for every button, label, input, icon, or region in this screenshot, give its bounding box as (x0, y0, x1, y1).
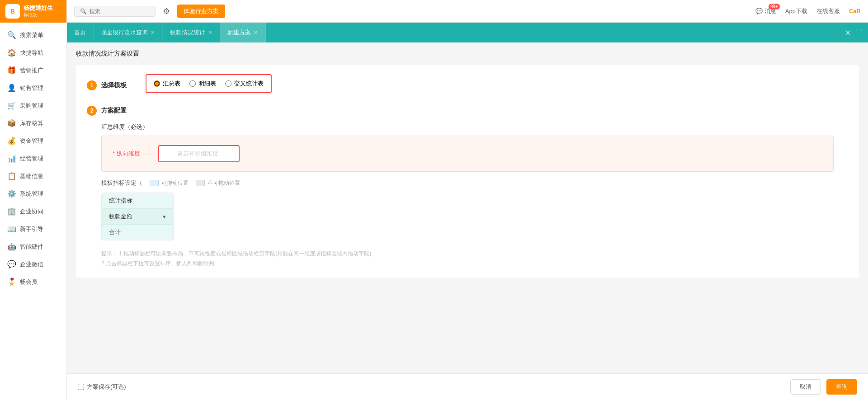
radio-summary[interactable]: 汇总表 (154, 80, 180, 88)
tab-new-plan-label: 新建方案 (227, 28, 251, 37)
sidebar-item-purchase[interactable]: 🛒 采购管理 (0, 97, 66, 114)
radio-summary-input[interactable] (154, 80, 160, 87)
radio-detail[interactable]: 明细表 (189, 80, 216, 88)
cancel-button[interactable]: 取消 (790, 379, 821, 395)
dimension-section-title: 汇总维度（必选） (101, 123, 848, 131)
sidebar-item-label: 畅会员 (20, 278, 38, 286)
page-title: 收款情况统计方案设置 (76, 50, 859, 58)
sidebar-item-label: 快捷导航 (20, 49, 43, 57)
enterprise-icon: 🏢 (7, 207, 16, 216)
sidebar-item-wechat[interactable]: 💬 企业微信 (0, 255, 66, 273)
sidebar-item-system[interactable]: ⚙️ 系统管理 (0, 185, 66, 202)
sidebar-item-guide[interactable]: 📖 新手引导 (0, 220, 66, 238)
gear-icon: ⚙️ (7, 189, 16, 198)
sidebar-item-label: 销售管理 (20, 84, 43, 92)
topbar-right: 💬 99+ 消息 App下载 在线客服 CaR (755, 7, 861, 15)
indicator-cell-total: 合计 (102, 225, 173, 240)
tab-collection-stats[interactable]: 收款情况统计 ✕ (163, 23, 220, 42)
tab-right-controls: ✕ ⛶ (845, 23, 868, 42)
radio-detail-label: 明细表 (198, 80, 216, 88)
legend-non-draggable: 不可拖动位置 (196, 179, 240, 187)
radio-detail-input[interactable] (189, 80, 196, 87)
topbar: 🔍 ⚙ 体验行业方案 💬 99+ 消息 App下载 在线客服 CaR (67, 0, 868, 23)
sidebar-item-inventory[interactable]: 📦 库存核算 (0, 114, 66, 132)
search-box[interactable]: 🔍 (74, 6, 156, 17)
box-icon: 📦 (7, 119, 16, 127)
sidebar-item-label: 资金管理 (20, 137, 43, 145)
footer-actions: 取消 查询 (790, 379, 857, 395)
indicator-table-header: 统计指标 (102, 193, 173, 209)
legend-draggable-box (150, 180, 159, 186)
chart-icon: 📊 (7, 154, 16, 163)
indicator-cell-revenue[interactable]: 收款金额 ▾ (102, 209, 173, 225)
sidebar-item-quick-nav[interactable]: 🏠 快捷导航 (0, 44, 66, 61)
tip-2: 2.点击标题栏下拉可设置排序、插入列和删除列 (101, 259, 834, 269)
user-icon: 👤 (7, 84, 16, 92)
vertical-dim-label: * 纵向维度 (113, 150, 140, 158)
sidebar-item-member[interactable]: 🎖️ 畅会员 (0, 273, 66, 291)
tab-maximize-icon[interactable]: ⛶ (855, 28, 863, 37)
sidebar-item-label: 库存核算 (20, 119, 43, 127)
step1-badge: 1 (87, 80, 97, 90)
save-checkbox-label[interactable]: 方案保存(可选) (78, 383, 126, 391)
dim-input[interactable]: 请选择分组维度 (158, 145, 240, 162)
sidebar-item-finance[interactable]: 💰 资金管理 (0, 132, 66, 150)
step2-badge: 2 (87, 106, 97, 116)
user-avatar[interactable]: CaR (849, 8, 861, 14)
tab-home[interactable]: 首页 (67, 23, 94, 42)
sidebar-item-enterprise[interactable]: 🏢 企业协同 (0, 202, 66, 220)
app-download-link[interactable]: App下载 (785, 7, 807, 15)
indicator-table: 统计指标 收款金额 ▾ 合计 (101, 193, 174, 240)
sidebar-logo: B 畅捷通好生 标准版 (0, 0, 66, 23)
dropdown-icon[interactable]: ▾ (163, 213, 166, 220)
sidebar: B 畅捷通好生 标准版 🔍 搜索菜单 🏠 快捷导航 🎁 营销推广 👤 销售管理 … (0, 0, 67, 400)
search-icon: 🔍 (80, 8, 87, 14)
tab-bank-flow[interactable]: 现金银行流水查询 ✕ (94, 23, 163, 42)
tab-bank-flow-close[interactable]: ✕ (151, 29, 155, 36)
message-badge-wrap[interactable]: 💬 99+ 消息 (755, 7, 776, 15)
indicator-header: 模板指标设定（ 可拖动位置 不可拖动位置 (101, 179, 834, 187)
sidebar-item-management[interactable]: 📊 经营管理 (0, 150, 66, 167)
book-icon: 📖 (7, 225, 16, 233)
sidebar-item-sales[interactable]: 👤 销售管理 (0, 79, 66, 97)
legend-non-draggable-box (196, 180, 205, 186)
tab-home-label: 首页 (74, 28, 86, 37)
logo-sub: 标准版 (24, 12, 53, 18)
dim-arrow-icon: — (146, 150, 153, 158)
robot-icon: 🤖 (7, 242, 16, 251)
radio-cross[interactable]: 交叉统计表 (225, 80, 264, 88)
sidebar-item-search-menu[interactable]: 🔍 搜索菜单 (0, 26, 66, 44)
main-content: 🔍 ⚙ 体验行业方案 💬 99+ 消息 App下载 在线客服 CaR 首页 现金… (67, 0, 868, 400)
tab-new-plan[interactable]: 新建方案 ✕ (220, 23, 266, 42)
save-checkbox[interactable] (78, 384, 84, 390)
tab-new-plan-close[interactable]: ✕ (254, 29, 258, 36)
sidebar-item-label: 企业协同 (20, 207, 43, 216)
step2-section: 2 方案配置 汇总维度（必选） * 纵向维度 — 请选择分组维度 (87, 106, 848, 268)
query-button[interactable]: 查询 (826, 379, 857, 395)
sidebar-item-hardware[interactable]: 🤖 智能硬件 (0, 238, 66, 255)
legend-non-label: 不可拖动位置 (208, 179, 240, 187)
sidebar-item-marketing[interactable]: 🎁 营销推广 (0, 61, 66, 79)
online-service-link[interactable]: 在线客服 (816, 7, 840, 15)
sidebar-item-label: 搜索菜单 (20, 31, 43, 39)
home-icon: 🏠 (7, 48, 16, 57)
logo-text: 畅捷通好生 (24, 5, 53, 12)
settings-icon[interactable]: ⚙ (163, 6, 170, 16)
radio-cross-input[interactable] (225, 80, 231, 87)
industry-button[interactable]: 体验行业方案 (177, 5, 225, 18)
sidebar-item-label: 系统管理 (20, 190, 43, 198)
sidebar-item-label: 企业微信 (20, 260, 43, 268)
page-footer: 方案保存(可选) 取消 查询 (67, 373, 868, 400)
sidebar-item-label: 智能硬件 (20, 243, 43, 251)
chat-icon: 💬 (7, 260, 16, 268)
tab-bank-flow-label: 现金银行流水查询 (101, 28, 148, 37)
step1-header: 1 选择模板 汇总表 明细表 交叉统计表 (87, 74, 848, 97)
save-label: 方案保存(可选) (87, 383, 126, 391)
search-menu-icon: 🔍 (7, 31, 16, 39)
search-input[interactable] (90, 8, 148, 14)
sidebar-item-basic[interactable]: 📋 基础信息 (0, 167, 66, 185)
step2-header: 2 方案配置 (87, 106, 848, 116)
sidebar-item-label: 基础信息 (20, 172, 43, 180)
tab-close-all-icon[interactable]: ✕ (845, 28, 851, 37)
tab-collection-stats-close[interactable]: ✕ (208, 29, 212, 36)
